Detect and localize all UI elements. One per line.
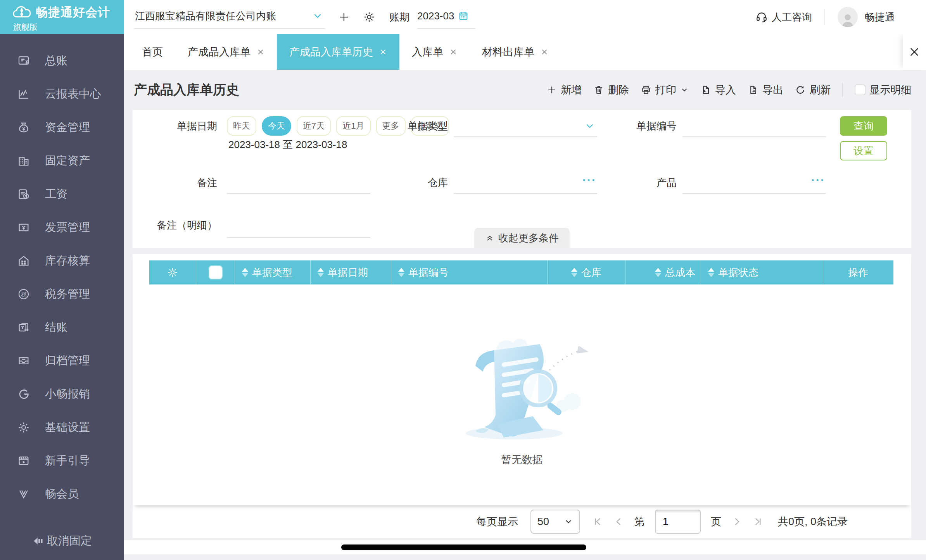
column-header-doc-status[interactable]: 单据状态 [701, 260, 823, 284]
settings-button[interactable]: 设置 [840, 141, 887, 160]
divider [842, 83, 843, 97]
doc-no-label: 单据编号 [591, 119, 677, 133]
chevron-down-icon [680, 86, 689, 94]
per-page-select[interactable]: 50 [530, 510, 580, 534]
per-page-label: 每页显示 [476, 515, 518, 529]
tab-finished-goods-receipt[interactable]: 产成品入库单 [175, 34, 277, 70]
tab-finished-goods-receipt-history[interactable]: 产成品入库单历史 [277, 34, 399, 70]
empty-illustration [448, 336, 596, 444]
note-label: 备注 [133, 176, 217, 190]
column-label: 单据日期 [328, 266, 368, 279]
close-all-tabs-button[interactable] [903, 34, 926, 70]
unpin-sidebar-button[interactable]: 取消固定 [0, 526, 124, 556]
export-button[interactable]: 导出 [748, 83, 783, 97]
sidebar-item-archive[interactable]: 归档管理 [0, 344, 124, 377]
page-number-input[interactable] [655, 510, 701, 534]
first-page-button[interactable] [593, 516, 603, 527]
column-label: 单据类型 [252, 266, 292, 279]
page-prefix: 第 [634, 515, 645, 529]
column-header-doc-date[interactable]: 单据日期 [310, 260, 391, 284]
sidebar-item-payroll[interactable]: 工资 [0, 177, 124, 211]
app-logo: 畅捷通好会计 旗舰版 [0, 0, 124, 34]
sort-icon[interactable] [708, 268, 714, 277]
add-account-button[interactable] [338, 11, 350, 23]
refresh-button[interactable]: 刷新 [795, 83, 831, 97]
page-suffix: 页 [711, 515, 721, 529]
sidebar-item-funds[interactable]: 资金管理 [0, 111, 124, 144]
company-selector[interactable]: 江西服宝精品有限责任公司内账 [134, 5, 325, 29]
close-icon[interactable] [257, 48, 264, 56]
column-header-total-cost[interactable]: 总成本 [625, 260, 701, 284]
sort-icon[interactable] [242, 268, 248, 277]
sidebar-item-tax[interactable]: 税 税务管理 [0, 277, 124, 311]
close-icon[interactable] [449, 48, 457, 56]
doc-no-input[interactable] [682, 115, 826, 136]
period-selector[interactable]: 2023-03 [417, 5, 475, 29]
support-button[interactable]: 人工咨询 [755, 10, 812, 24]
pagination-bar: 每页显示 50 第 页 共0页, 0条记录 [133, 505, 911, 538]
collapse-more-filters-button[interactable]: 收起更多条件 [474, 228, 570, 248]
period-label: 账期 [389, 10, 409, 24]
warehouse-field: ··· [454, 171, 597, 194]
avatar[interactable] [838, 7, 858, 27]
scrollbar-thumb[interactable] [341, 544, 586, 550]
show-detail-toggle[interactable]: 显示明细 [855, 83, 911, 97]
product-input[interactable] [682, 171, 799, 193]
select-all-checkbox[interactable] [209, 266, 222, 279]
brand-subtitle: 旗舰版 [13, 22, 124, 33]
collapse-label: 收起更多条件 [498, 231, 559, 245]
pill-yesterday[interactable]: 昨天 [227, 116, 256, 136]
date-range-value[interactable]: 2023-03-18 至 2023-03-18 [228, 138, 347, 152]
show-detail-checkbox[interactable] [855, 84, 866, 95]
sidebar-item-member[interactable]: 畅会员 [0, 477, 124, 511]
sidebar-item-invoices[interactable]: 发票管理 [0, 211, 124, 244]
import-label: 导入 [715, 83, 736, 97]
period-value: 2023-03 [417, 10, 454, 22]
sidebar-item-fixed-assets[interactable]: 固定资产 [0, 144, 124, 177]
note-input[interactable] [227, 171, 370, 193]
column-header-warehouse[interactable]: 仓库 [547, 260, 625, 284]
product-picker-button[interactable]: ··· [811, 174, 825, 187]
sort-icon[interactable] [318, 268, 324, 277]
prev-page-button[interactable] [613, 516, 624, 527]
column-header-doc-type[interactable]: 单据类型 [235, 260, 310, 284]
print-button[interactable]: 打印 [641, 83, 689, 97]
show-detail-label: 显示明细 [869, 83, 911, 97]
note-detail-input[interactable] [227, 215, 370, 237]
query-button[interactable]: 查询 [840, 116, 887, 136]
chevron-down-icon [313, 11, 323, 21]
sidebar-item-inventory[interactable]: 库存核算 [0, 244, 124, 277]
sidebar-item-general-ledger[interactable]: 总账 [0, 44, 124, 78]
username[interactable]: 畅捷通 [865, 10, 895, 24]
column-header-doc-no[interactable]: 单据编号 [391, 260, 547, 284]
last-page-button[interactable] [752, 516, 763, 527]
sort-icon[interactable] [655, 268, 661, 277]
results-table: 单据类型 单据日期 单据编号 仓库 总成本 单据状态 [133, 254, 911, 505]
sidebar-item-guide[interactable]: 新手引导 [0, 444, 124, 477]
next-page-button[interactable] [731, 516, 742, 527]
headset-icon [755, 11, 768, 23]
sidebar-item-cloud-reports[interactable]: 云报表中心 [0, 78, 124, 111]
sidebar-item-closing[interactable]: 结账 [0, 311, 124, 344]
chevron-down-icon [564, 517, 573, 526]
pill-last7days[interactable]: 近7天 [297, 116, 331, 136]
sidebar-item-settings[interactable]: 基础设置 [0, 411, 124, 444]
close-icon[interactable] [541, 48, 548, 56]
close-icon[interactable] [379, 48, 387, 56]
warehouse-input[interactable] [454, 171, 570, 193]
gear-icon[interactable] [363, 11, 375, 23]
delete-label: 删除 [608, 83, 629, 97]
sort-icon[interactable] [398, 268, 404, 277]
column-settings-button[interactable] [149, 260, 196, 284]
tab-home[interactable]: 首页 [130, 34, 175, 70]
sort-icon[interactable] [571, 268, 577, 277]
add-button[interactable]: 新增 [547, 83, 582, 97]
doc-no-field [682, 115, 826, 137]
doc-type-select[interactable] [454, 115, 597, 137]
import-button[interactable]: 导入 [700, 83, 736, 97]
sidebar-item-reimburse[interactable]: 小畅报销 [0, 377, 124, 411]
pill-today[interactable]: 今天 [262, 116, 291, 136]
delete-button[interactable]: 删除 [593, 83, 629, 97]
tab-material-issue[interactable]: 材料出库单 [470, 34, 561, 70]
tab-receipt[interactable]: 入库单 [399, 34, 470, 70]
